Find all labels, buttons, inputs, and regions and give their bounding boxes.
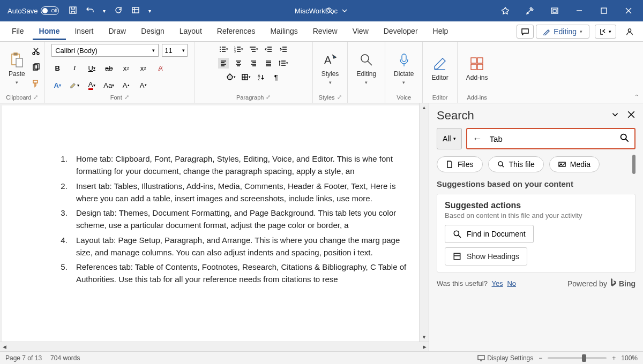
chip-this-file[interactable]: This file [488,156,544,172]
strikethrough-icon[interactable]: ab [103,62,115,74]
collapse-ribbon-icon[interactable]: ⌃ [634,94,639,100]
editor-button[interactable]: Editor [427,54,452,84]
tab-file[interactable]: File [5,22,31,40]
dictate-button[interactable]: Dictate▾ [390,50,418,87]
scroll-up-icon[interactable]: ▲ [420,103,429,112]
tab-draw[interactable]: Draw [102,22,132,40]
close-pane-icon[interactable] [627,110,635,121]
editing-button[interactable]: Editing▾ [352,50,380,87]
useful-no[interactable]: No [507,279,516,287]
vertical-scrollbar[interactable]: ▲ ▼ [419,103,429,342]
cut-icon[interactable] [32,47,40,58]
maximize-button[interactable] [592,0,616,21]
display-settings[interactable]: Display Settings [477,354,533,362]
zoom-out-icon[interactable]: − [539,354,542,362]
italic-icon[interactable]: I [69,62,80,74]
tab-references[interactable]: References [211,22,262,40]
format-painter-icon[interactable] [32,79,40,90]
tab-home[interactable]: Home [33,22,66,40]
tab-layout[interactable]: Layout [173,22,208,40]
zoom-in-icon[interactable]: + [612,354,616,362]
bold-icon[interactable]: B [51,62,63,74]
line-spacing-icon[interactable]: ▾ [278,58,289,69]
borders-icon[interactable]: ▾ [241,72,251,82]
numbering-icon[interactable]: 123▾ [233,44,244,55]
chip-media[interactable]: Media [549,156,600,172]
useful-yes[interactable]: Yes [492,279,503,287]
sort-icon[interactable]: AZ [256,72,266,82]
search-input[interactable] [490,134,612,143]
font-size-select[interactable]: 11▾ [162,44,188,57]
superscript-icon[interactable]: x2 [137,62,149,74]
titlebar-search-icon[interactable] [326,7,333,14]
chip-files[interactable]: Files [437,156,483,172]
paste-button[interactable]: Paste ▾ [4,50,29,87]
styles-button[interactable]: A Styles▾ [317,50,343,87]
undo-icon[interactable] [86,6,94,16]
paragraph-launcher-icon[interactable]: ⤢ [266,94,271,101]
editing-mode-button[interactable]: Editing ▾ [536,25,589,39]
account-icon[interactable] [622,25,638,38]
font-color-icon[interactable]: A ▾ [86,79,98,91]
copy-icon[interactable] [32,63,40,74]
increase-indent-icon[interactable] [278,44,289,55]
subscript-icon[interactable]: x2 [120,62,132,74]
scroll-down-icon[interactable]: ▼ [420,333,429,342]
search-scope-all[interactable]: All ▾ [437,128,462,149]
premium-icon[interactable] [493,0,518,21]
justify-icon[interactable] [263,58,274,69]
addins-button[interactable]: Add-ins [462,54,492,84]
tab-mailings[interactable]: Mailings [264,22,304,40]
font-family-select[interactable]: Calibri (Body)▾ [51,44,159,57]
horizontal-scrollbar[interactable]: ◀ ▶ [0,342,429,351]
shading-icon[interactable]: ▾ [226,72,236,82]
scroll-right-icon[interactable]: ▶ [420,342,429,351]
multilevel-icon[interactable]: ▾ [248,44,259,55]
show-marks-icon[interactable]: ¶ [271,72,281,82]
close-button[interactable] [616,0,641,21]
change-case-icon[interactable]: Aa ▾ [103,79,115,91]
pane-scrollbar[interactable] [632,155,635,174]
styles-launcher-icon[interactable]: ⤢ [337,94,342,101]
underline-icon[interactable]: U ▾ [86,62,98,74]
text-effects-icon[interactable]: A ▾ [51,79,63,91]
redo-dropdown-icon[interactable]: ▾ [103,8,106,14]
scroll-left-icon[interactable]: ◀ [0,342,9,351]
shrink-font-icon[interactable]: A▾ [137,79,149,91]
align-left-icon[interactable] [218,58,229,69]
status-page[interactable]: Page 7 of 13 [5,354,42,362]
share-button[interactable]: ▾ [595,25,616,39]
document-page[interactable]: Home tab: Clipboard, Font, Paragraph, St… [2,105,419,342]
tab-design[interactable]: Design [134,22,171,40]
document-title[interactable]: MiscWorkDoc [295,7,348,15]
save-icon[interactable] [69,6,77,16]
tab-help[interactable]: Help [427,22,455,40]
tab-view[interactable]: View [346,22,375,40]
decrease-indent-icon[interactable] [263,44,274,55]
tab-insert[interactable]: Insert [68,22,100,40]
tab-review[interactable]: Review [306,22,344,40]
zoom-slider[interactable] [548,357,607,359]
grow-font-icon[interactable]: A▴ [120,79,132,91]
clipboard-launcher-icon[interactable]: ⤢ [33,94,38,101]
highlight-icon[interactable]: ▾ [69,79,80,91]
search-icon[interactable] [619,133,629,145]
align-center-icon[interactable] [233,58,244,69]
window-mode-icon[interactable] [542,0,567,21]
tools-icon[interactable] [518,0,542,21]
font-launcher-icon[interactable]: ⤢ [124,94,129,101]
qat-more-icon[interactable]: ▾ [148,8,151,14]
minimize-button[interactable] [567,0,592,21]
bullets-icon[interactable]: ▾ [218,44,229,55]
table-nav-icon[interactable] [131,6,140,16]
autosave-toggle[interactable]: AutoSave Off [8,6,59,15]
search-back-icon[interactable]: ← [473,133,482,145]
repeat-icon[interactable] [114,6,123,16]
comments-button[interactable] [517,25,534,39]
align-right-icon[interactable] [248,58,259,69]
clear-format-icon[interactable]: A̷ [154,62,166,74]
zoom-level[interactable]: 100% [621,354,638,362]
status-words[interactable]: 704 words [50,354,80,362]
tab-developer[interactable]: Developer [377,22,424,40]
action-show-headings[interactable]: Show Headings [445,247,527,266]
